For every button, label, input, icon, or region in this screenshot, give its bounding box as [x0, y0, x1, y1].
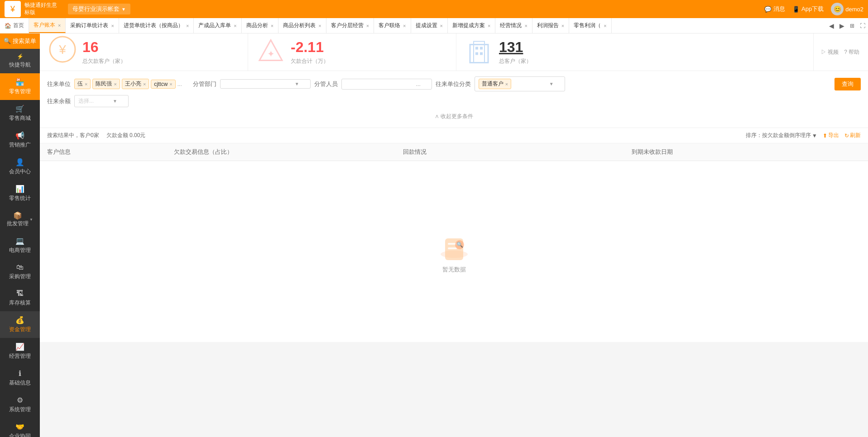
app-download-btn[interactable]: 📱 App下载	[792, 5, 824, 13]
sidebar-item-ecommerce[interactable]: 💻 电商管理	[0, 232, 40, 259]
collapse-label: 收起更多条件	[441, 113, 473, 119]
sort-chevron-icon: ▼	[812, 133, 817, 139]
tab-left-arrow[interactable]: ◀	[826, 22, 837, 29]
person-more-icon[interactable]: ...	[416, 81, 421, 87]
tab-profit-report[interactable]: 利润报告 ×	[532, 18, 569, 33]
stat-debt-label: 欠款合计（万）	[291, 57, 445, 65]
dept-select[interactable]: ▼	[220, 79, 311, 89]
tab-product-analysis-list[interactable]: 商品分析列表 ×	[278, 18, 326, 33]
sidebar-item-retail-mall[interactable]: 🛒 零售商城	[0, 100, 40, 127]
tag-close-wang-icon[interactable]: ×	[143, 81, 146, 87]
unit-class-chevron-icon: ▼	[549, 81, 554, 86]
filter-tag-cjttcw: cjttcw ×	[151, 80, 175, 89]
tab-biz-situation[interactable]: 经营情况 ×	[495, 18, 532, 33]
col-due-date: 到期未收款日期	[632, 148, 861, 156]
sidebar-item-system[interactable]: ⚙ 系统管理	[0, 391, 40, 418]
tab-close-icon[interactable]: ×	[524, 23, 527, 28]
refresh-btn[interactable]: ↻ 刷新	[844, 132, 861, 139]
tab-right-arrow[interactable]: ▶	[837, 22, 847, 29]
tag-close-normal-icon[interactable]: ×	[505, 81, 508, 87]
user-name: demo2	[845, 6, 863, 13]
sort-btn[interactable]: 排序：按欠款金额倒序理序 ▼	[746, 132, 817, 139]
purchase-label: 采购管理	[9, 273, 31, 280]
search-icon: 🔍	[4, 38, 11, 44]
tab-close-icon[interactable]: ×	[604, 23, 606, 28]
tab-promotion-settings[interactable]: 提成设置 ×	[411, 18, 448, 33]
message-icon: 💬	[764, 6, 772, 13]
filter-more-tags[interactable]: ...	[177, 81, 182, 87]
ecommerce-label: 电商管理	[9, 247, 31, 254]
tab-customers[interactable]: 客户账本 ×	[29, 18, 66, 33]
basic-icon: ℹ	[19, 369, 21, 378]
sidebar-item-finance[interactable]: 💰 资金管理	[0, 311, 40, 338]
sidebar-item-operations[interactable]: 📈 经营管理	[0, 338, 40, 365]
search-label: 搜索菜单	[13, 38, 36, 44]
top-header: ¥ 畅捷通好生意 标版 母婴行业演示帐套 ▼ 💬 消息 📱 App下载 😊 de…	[0, 0, 868, 18]
purchase-icon: 🛍	[16, 263, 24, 271]
tab-expand-icon[interactable]: ⊞	[847, 23, 857, 29]
tab-product-inbound[interactable]: 产成品入库单 ×	[194, 18, 241, 33]
sidebar-search[interactable]: 🔍 搜索菜单	[0, 33, 40, 49]
message-label: 消息	[773, 5, 785, 13]
sidebar-item-purchase[interactable]: 🛍 采购管理	[0, 259, 40, 285]
sidebar-item-marketing[interactable]: 📢 营销推广	[0, 127, 40, 153]
tab-purchase-order[interactable]: 采购订单统计表 ×	[66, 18, 119, 33]
tab-inbound-stats[interactable]: 进货单统计表（按商品） ×	[119, 18, 194, 33]
tab-close-icon[interactable]: ×	[403, 23, 406, 28]
sidebar-item-wholesale[interactable]: 📦 批发管理 ▼	[0, 207, 40, 232]
export-btn[interactable]: ⬆ 导出	[823, 132, 839, 139]
sidebar-quick-nav[interactable]: ⚡ 快捷导航	[0, 49, 40, 73]
export-icon: ⬆	[823, 133, 827, 139]
query-button[interactable]: 查询	[834, 78, 861, 90]
tab-close-icon[interactable]: ×	[561, 23, 564, 28]
tab-close-icon[interactable]: ×	[366, 23, 369, 28]
tab-retail-profit[interactable]: 零售利润（ ×	[569, 18, 611, 33]
marketing-label: 营销推广	[9, 141, 31, 149]
logo-text: 畅捷通好生意 标版	[24, 2, 57, 16]
tab-close-icon[interactable]: ×	[58, 23, 61, 28]
tab-customer-contact[interactable]: 客户联络 ×	[374, 18, 411, 33]
tab-fullscreen-icon[interactable]: ⛶	[857, 23, 868, 29]
message-btn[interactable]: 💬 消息	[764, 5, 785, 13]
sidebar-item-inventory[interactable]: 🏗 库存核算	[0, 285, 40, 311]
empty-icon: 🔍	[436, 229, 472, 266]
sidebar-item-member[interactable]: 👤 会员中心	[0, 153, 40, 180]
tag-close-wu-icon[interactable]: ×	[85, 81, 87, 87]
tab-close-icon[interactable]: ×	[271, 23, 273, 28]
user-menu-btn[interactable]: 😊 demo2	[831, 3, 863, 15]
retail-icon: 🏪	[15, 78, 24, 86]
sidebar-item-basic-info[interactable]: ℹ 基础信息	[0, 365, 40, 391]
tab-home[interactable]: 🏠 首页	[0, 18, 29, 33]
tab-close-icon[interactable]: ×	[488, 23, 490, 28]
help-label: 帮助	[849, 49, 859, 55]
workspace-selector[interactable]: 母婴行业演示帐套 ▼	[68, 4, 130, 14]
tab-close-icon[interactable]: ×	[111, 23, 114, 28]
unit-class-select[interactable]: 普通客户 × ▼	[475, 76, 565, 91]
tab-customer-tier[interactable]: 客户分层经营 ×	[326, 18, 374, 33]
tag-close-chen-icon[interactable]: ×	[114, 81, 116, 87]
filter-row-2: 往来余额 选择... ▼	[47, 95, 861, 107]
tab-close-icon[interactable]: ×	[440, 23, 443, 28]
tab-close-icon[interactable]: ×	[234, 23, 236, 28]
sidebar-item-enterprise[interactable]: 🤝 企业协同	[0, 418, 40, 437]
stats-label: 零售统计	[9, 195, 31, 202]
sidebar-item-retail-stats[interactable]: 📊 零售统计	[0, 180, 40, 207]
balance-select[interactable]: 选择... ▼	[74, 95, 129, 107]
refresh-label: 刷新	[850, 132, 861, 139]
person-select[interactable]: ...	[341, 79, 432, 90]
search-summary: 搜索结果中，客户0家	[47, 132, 99, 139]
help-btn[interactable]: ? 帮助	[844, 48, 859, 56]
tag-close-cjttcw-icon[interactable]: ×	[169, 81, 172, 87]
empty-state: 🔍 暂无数据	[436, 193, 472, 310]
stat-customers-label: 总欠款客户（家）	[82, 57, 237, 65]
tab-new-achievement[interactable]: 新增提成方案 ×	[448, 18, 495, 33]
mall-label: 零售商城	[9, 114, 31, 122]
tab-close-icon[interactable]: ×	[318, 23, 321, 28]
table-body: 🔍 暂无数据	[40, 161, 868, 342]
balance-label: 往来余额	[47, 97, 71, 105]
collapse-bar[interactable]: ∧ 收起更多条件	[47, 111, 861, 122]
sidebar-item-retail[interactable]: 🏪 零售管理	[0, 73, 40, 100]
video-btn[interactable]: ▷ 视频	[821, 48, 839, 56]
tab-close-icon[interactable]: ×	[186, 23, 189, 28]
tab-product-analysis[interactable]: 商品分析 ×	[242, 18, 278, 33]
